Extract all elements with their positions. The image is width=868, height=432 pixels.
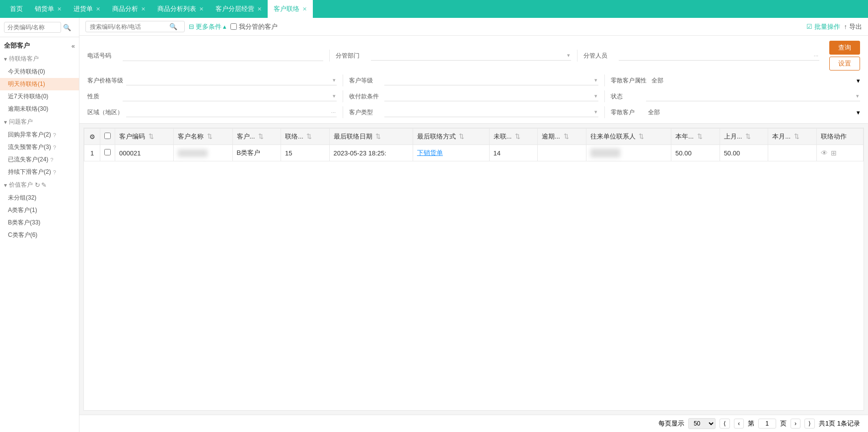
sidebar-item-today-pending[interactable]: 今天待联络(0) [0,66,79,78]
sort-icon-date[interactable]: ⇅ [375,133,381,140]
page-label: 第 [748,419,754,428]
col-gear[interactable]: ⚙ [84,129,100,145]
export-btn[interactable]: ↑ 导出 [844,22,863,31]
sort-icon-code[interactable]: ⇅ [148,133,154,140]
close-sales-order-icon[interactable]: ✕ [57,6,62,12]
sort-icon-overdue[interactable]: ⇅ [564,133,569,140]
nav-product-analysis-list[interactable]: 商品分析列表 ✕ [151,0,210,18]
close-customer-tier-icon[interactable]: ✕ [257,6,262,12]
field-person: 分管人员 ··· [583,51,819,61]
page-number-input[interactable] [758,419,776,429]
nav-home[interactable]: 首页 [4,0,29,18]
sidebar-item-overdue[interactable]: 逾期未联络(30) [0,103,79,115]
batch-ops-btn[interactable]: ☑ 批量操作 [806,22,840,31]
sidebar-collapse-icon[interactable]: « [72,42,75,50]
sidebar-item-7days-pending[interactable]: 近7天待联络(0) [0,90,79,103]
select-nature[interactable]: ▾ [123,91,337,101]
cell-checkbox[interactable] [100,145,115,161]
sort-icon-last-month[interactable]: ⇅ [745,133,751,140]
sidebar-item-repurchase-abnormal[interactable]: 回购异常客户(2) ? [0,129,79,141]
help-icon-churned: ? [50,157,53,163]
main-search-input[interactable] [90,23,169,30]
group-problem-customers[interactable]: 问题客户 [0,115,79,129]
first-page-btn[interactable]: ⟨ [720,419,730,429]
chevron-customer-level-icon: ▾ [594,77,597,83]
divider4 [604,74,605,86]
advanced-filter-panel: 电话号码 分管部门 ▾ 分管人员 ··· [79,36,868,124]
more-conditions-btn[interactable]: ⊟ 更多条件 ▴ [189,22,226,31]
content-area: 🔍 ⊟ 更多条件 ▴ 我分管的客户 ☑ 批量操作 ↑ 导出 [79,18,868,432]
sort-icon-this-month[interactable]: ⇅ [794,133,799,140]
group-value-customers[interactable]: 价值客户 ↻ ✎ [0,178,79,192]
col-overdue: 逾期... ⇅ [538,129,586,145]
settings-button[interactable]: 设置 [829,57,860,71]
last-page-btn[interactable]: ⟩ [804,419,815,429]
retail-attr-value: 全部 [651,76,663,85]
select-customer-level[interactable]: ▾ [384,75,598,85]
select-all-checkbox[interactable] [104,133,111,139]
select-dept[interactable]: ▾ [371,51,572,61]
sort-icon-name[interactable]: ⇅ [207,133,213,140]
sidebar-item-b-class[interactable]: B类客户(33) [0,216,79,229]
label-payment-terms: 收付款条件 [349,92,381,101]
refresh-icon[interactable]: ↻ [35,181,40,189]
sidebar-item-a-class[interactable]: A类客户(1) [0,204,79,216]
cell-overdue [538,145,586,161]
row-checkbox[interactable] [104,149,111,155]
eye-action-icon[interactable]: 👁 [821,149,828,157]
cell-contact-count: 15 [281,145,330,161]
select-person[interactable]: ··· [619,51,819,61]
sort-icon-contact[interactable]: ⇅ [306,133,312,140]
col-last-month: 上月... ⇅ [720,129,768,145]
next-page-btn[interactable]: › [791,419,800,429]
col-checkbox[interactable] [100,129,115,145]
select-customer-type[interactable]: ▾ [384,107,598,117]
chevron-retail-customer-icon: ▾ [857,109,860,116]
chevron-payment-terms-icon: ▾ [594,93,597,99]
batch-ops-checkbox-icon: ☑ [806,23,812,30]
input-phone[interactable] [123,51,323,61]
close-customer-contact-icon[interactable]: ✕ [302,6,307,12]
main-search-icon[interactable]: 🔍 [169,23,177,30]
select-region[interactable]: ··· [126,108,337,117]
label-phone: 电话号码 [87,52,120,60]
nav-customer-tier[interactable]: 客户分层经营 ✕ [210,0,268,18]
select-payment-terms[interactable]: ▾ [384,91,598,101]
sidebar-search-input[interactable] [4,22,61,33]
nav-purchase-order[interactable]: 进货单 ✕ [68,0,106,18]
query-button[interactable]: 查询 [829,41,860,55]
col-uncontacted: 未联... ⇅ [489,129,538,145]
grid-action-icon[interactable]: ⊞ [831,149,837,157]
close-purchase-order-icon[interactable]: ✕ [96,6,100,12]
sidebar-item-ungrouped[interactable]: 未分组(32) [0,192,79,204]
nav-sales-order[interactable]: 销货单 ✕ [29,0,68,18]
close-product-analysis-icon[interactable]: ✕ [141,6,145,12]
label-retail-attr: 零散客户属性 [611,76,647,85]
sidebar-item-tomorrow-pending[interactable]: 明天待联络(1) [0,78,79,90]
sidebar-item-declining[interactable]: 持续下滑客户(2) ? [0,166,79,178]
sort-icon-type[interactable]: ⇅ [258,133,264,140]
select-status[interactable]: ▾ [646,91,860,101]
per-page-select[interactable]: 50 100 200 [688,418,716,429]
cell-last-month: 50.00 [720,145,768,161]
nav-product-analysis[interactable]: 商品分析 ✕ [106,0,151,18]
group-pending-contact[interactable]: 待联络客户 [0,52,79,66]
sort-icon-person[interactable]: ⇅ [639,133,644,140]
all-customers-label: 全部客户 [4,41,30,50]
sidebar-item-c-class[interactable]: C类客户(6) [0,229,79,241]
my-customers-checkbox[interactable] [230,23,237,30]
close-product-analysis-list-icon[interactable]: ✕ [199,6,204,12]
nav-customer-contact[interactable]: 客户联络 ✕ [268,0,313,18]
sidebar-search-icon[interactable]: 🔍 [63,24,71,31]
sidebar-item-churned[interactable]: 已流失客户(24) ? [0,153,79,166]
select-price-level[interactable]: ▾ [126,75,337,85]
edit-icon[interactable]: ✎ [41,181,47,189]
sort-icon-uncontacted[interactable]: ⇅ [515,133,520,140]
ellipsis-region-icon: ··· [331,109,336,115]
prev-page-btn[interactable]: ‹ [734,419,744,429]
sidebar-item-churn-warning[interactable]: 流失预警客户(3) ? [0,141,79,153]
filter-row-1: 电话号码 分管部门 ▾ 分管人员 ··· [87,41,860,71]
sort-icon-method[interactable]: ⇅ [459,133,464,140]
last-contact-link[interactable]: 下销货单 [417,149,443,156]
sort-icon-this-year[interactable]: ⇅ [697,133,703,140]
